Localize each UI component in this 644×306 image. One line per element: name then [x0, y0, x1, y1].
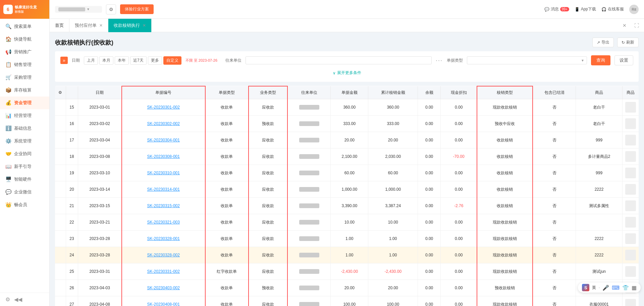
sidebar-item-finance[interactable]: 💰 资金管理: [0, 97, 49, 109]
cell-doc-no[interactable]: SK-20230314-001: [122, 181, 205, 198]
cell-doc-no[interactable]: SK-20230304-001: [122, 132, 205, 148]
settings-gear-button[interactable]: ⚙: [106, 4, 116, 14]
doc-no-link[interactable]: SK-20230304-001: [147, 138, 180, 142]
doc-no-link[interactable]: SK-20230403-002: [147, 286, 180, 290]
doc-no-link[interactable]: SK-20230331-002: [147, 269, 180, 274]
cell-doc-no[interactable]: SK-20230328-002: [122, 247, 205, 263]
sidebar-item-search[interactable]: 🔍 搜索菜单: [0, 20, 49, 33]
user-avatar[interactable]: Rit: [629, 5, 639, 14]
col-write-off[interactable]: 累计核销金额: [368, 86, 418, 99]
cell-doc-no[interactable]: SK-20230308-001: [122, 148, 205, 165]
tab-collection[interactable]: 收款核销执行 ✕: [108, 19, 152, 32]
this-month-btn[interactable]: 本月: [99, 56, 113, 65]
message-button[interactable]: 💬 消息 99+: [544, 6, 569, 12]
col-include-cleared[interactable]: 包含已结清: [533, 86, 576, 99]
sidebar-item-marketing[interactable]: 📢 营销推广: [0, 46, 49, 58]
partner-input[interactable]: [246, 56, 432, 64]
sidebar-item-purchase[interactable]: 🛒 采购管理: [0, 71, 49, 84]
cell-settings: [55, 148, 66, 165]
this-year-btn[interactable]: 本年: [115, 56, 129, 65]
col-amount[interactable]: 单据金额: [331, 86, 368, 99]
sidebar-item-hardware[interactable]: 🖥️ 智能硬件: [0, 173, 49, 186]
cell-doc-no[interactable]: SK-20230310-001: [122, 165, 205, 181]
receipt-type-select[interactable]: [467, 56, 587, 64]
settings-button[interactable]: 设置: [614, 55, 633, 65]
col-date[interactable]: 日期: [78, 86, 122, 99]
sidebar-item-guide[interactable]: 📖 新手引导: [0, 160, 49, 173]
col-biz-type[interactable]: 业务类型: [249, 86, 287, 99]
tab-prepay[interactable]: 预付应付单 ✕: [69, 19, 108, 32]
more-dates-btn[interactable]: 更多: [148, 56, 162, 65]
last-7-days-btn[interactable]: 近7天: [130, 56, 147, 65]
col-write-off-type[interactable]: 核销类型: [477, 86, 533, 99]
cell-doc-no[interactable]: SK-20230301-002: [122, 99, 205, 116]
settings-bottom-icon[interactable]: ⚙: [5, 296, 10, 303]
cell-partner: [287, 280, 331, 296]
col-doc-no[interactable]: 单据编号: [122, 86, 205, 99]
expand-toggle-button[interactable]: »: [60, 57, 68, 64]
cell-doc-no[interactable]: SK-20230331-002: [122, 263, 205, 280]
workspace-selector[interactable]: ▼: [55, 6, 102, 13]
query-button[interactable]: 查询: [591, 55, 610, 65]
partner-more-icon[interactable]: ···: [436, 57, 443, 64]
sidebar-item-operation[interactable]: 📊 经营管理: [0, 109, 49, 122]
doc-no-link[interactable]: SK-20230328-002: [147, 253, 180, 257]
cell-doc-no[interactable]: SK-20230403-002: [122, 280, 205, 296]
cell-balance: 0.00: [418, 263, 441, 280]
col-doc-type[interactable]: 单据类型: [205, 86, 249, 99]
col-product[interactable]: 商品: [576, 86, 623, 99]
cell-doc-no[interactable]: SK-20230302-002: [122, 116, 205, 132]
col-discount[interactable]: 现金折扣: [441, 86, 477, 99]
sogou-mic-icon[interactable]: 🎤: [602, 285, 609, 291]
sidebar-item-quicknav[interactable]: 🏠 快捷导航: [0, 33, 49, 46]
tab-home[interactable]: 首页: [50, 19, 69, 32]
doc-no-link[interactable]: SK-20230408-001: [147, 302, 180, 306]
col-partner[interactable]: 往来单位: [287, 86, 331, 99]
tab-collection-close-icon[interactable]: ✕: [143, 23, 146, 28]
message-label: 消息: [551, 6, 559, 12]
sidebar-item-basic[interactable]: ℹ️ 基础信息: [0, 122, 49, 135]
last-month-btn[interactable]: 上月: [84, 56, 98, 65]
sidebar-item-wechat[interactable]: 💬 企业微信: [0, 186, 49, 198]
cell-doc-type: 收款单: [205, 198, 249, 214]
solution-button[interactable]: 体验行业方案: [120, 4, 154, 14]
doc-no-link[interactable]: SK-20230301-002: [147, 105, 180, 110]
collapse-icon[interactable]: ◀◀: [14, 296, 22, 303]
sidebar-item-system[interactable]: ⚙️ 系统管理: [0, 135, 49, 147]
cell-doc-no[interactable]: SK-20230321-003: [122, 214, 205, 231]
col-settings[interactable]: ⚙: [55, 86, 66, 99]
doc-no-link[interactable]: SK-20230302-002: [147, 121, 180, 126]
expand-more-conditions-btn[interactable]: ∨ 展开更多条件: [329, 69, 365, 77]
cell-date: 2023-03-14: [78, 181, 122, 198]
sogou-grid-icon[interactable]: ▦: [632, 285, 637, 291]
sogou-keyboard-icon[interactable]: ⌨: [612, 285, 620, 291]
app-download-button[interactable]: 📱 App下载: [575, 6, 596, 12]
col-product2[interactable]: 商品: [623, 86, 639, 99]
sidebar-item-inventory[interactable]: 📦 库存核算: [0, 84, 49, 97]
cell-doc-no[interactable]: SK-20230408-001: [122, 296, 205, 306]
sidebar-item-vip[interactable]: 👑 畅会员: [0, 198, 49, 211]
tab-prepay-close-icon[interactable]: ✕: [99, 23, 103, 28]
doc-no-link[interactable]: SK-20230315-002: [147, 203, 180, 208]
sidebar-item-sales[interactable]: 📋 销售管理: [0, 58, 49, 71]
export-button[interactable]: ↗ 导出: [592, 38, 614, 47]
refresh-button[interactable]: ↻ 刷新: [617, 38, 639, 47]
cell-doc-no[interactable]: SK-20230315-002: [122, 198, 205, 214]
tab-fullscreen-button[interactable]: ⛶: [632, 21, 641, 30]
custom-date-btn[interactable]: 自定义: [163, 56, 181, 65]
cell-amount: 1,000.00: [331, 181, 368, 198]
col-balance[interactable]: 余额: [418, 86, 441, 99]
app-label: App下载: [581, 6, 596, 12]
cell-doc-no[interactable]: SK-20230328-001: [122, 231, 205, 247]
cell-amount: 1.00: [331, 231, 368, 247]
sogou-shirt-icon[interactable]: 👕: [622, 285, 629, 291]
service-button[interactable]: 🎧 在线客服: [601, 6, 624, 12]
doc-no-link[interactable]: SK-20230321-003: [147, 220, 180, 225]
tab-close-button[interactable]: ✕: [620, 21, 629, 30]
doc-no-link[interactable]: SK-20230310-001: [147, 171, 180, 175]
sidebar-item-enterprise[interactable]: 🤝 企业协同: [0, 147, 49, 160]
col-index: [66, 86, 78, 99]
doc-no-link[interactable]: SK-20230314-001: [147, 187, 180, 192]
doc-no-link[interactable]: SK-20230308-001: [147, 154, 180, 159]
doc-no-link[interactable]: SK-20230328-001: [147, 236, 180, 241]
